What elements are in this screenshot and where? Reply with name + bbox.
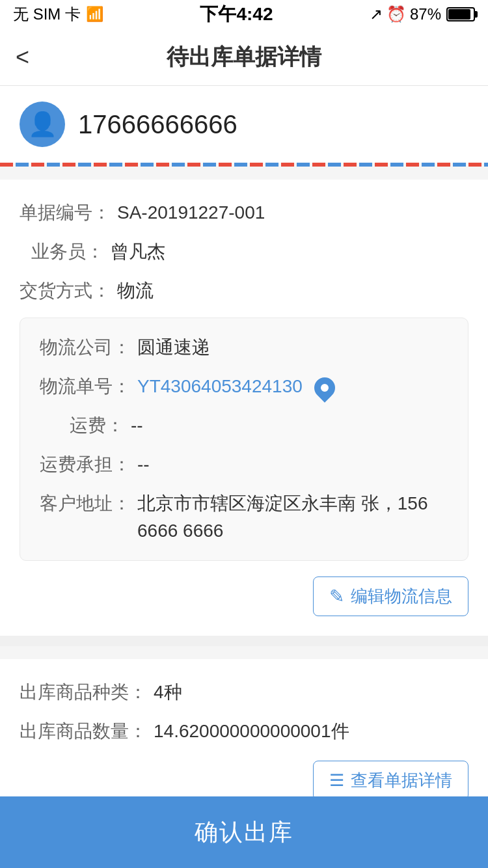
basic-info-section: 单据编号： SA-20191227-001 业务员： 曾凡杰 交货方式： 物流 … xyxy=(0,180,488,636)
salesman-row: 业务员： 曾凡杰 xyxy=(20,238,468,265)
edit-icon: ✎ xyxy=(329,586,344,607)
view-detail-button[interactable]: ☰ 查看单据详情 xyxy=(313,761,468,800)
delivery-label: 交货方式： xyxy=(20,277,111,305)
status-bar: 无 SIM 卡 📶 下午4:42 ↗ ⏰ 87% xyxy=(0,0,488,29)
page-title: 待出库单据详情 xyxy=(167,42,321,72)
wifi-icon: 📶 xyxy=(86,6,103,23)
freight-bearer-label: 运费承担： xyxy=(40,451,131,478)
edit-logistics-button[interactable]: ✎ 编辑物流信息 xyxy=(313,576,468,616)
battery-icon xyxy=(446,7,475,21)
section-divider xyxy=(0,636,488,646)
logistics-company-label: 物流公司： xyxy=(40,334,131,361)
outbound-section: 出库商品种类： 4种 出库商品数量： 14.620000000000001件 ☰… xyxy=(0,659,488,820)
outbound-quantity-value: 14.620000000000001件 xyxy=(154,718,468,745)
tracking-number-value: YT43064053424130 xyxy=(137,373,448,400)
confirm-outbound-button[interactable]: 确认出库 xyxy=(195,817,293,848)
salesman-value: 曾凡杰 xyxy=(111,238,468,265)
delivery-row: 交货方式： 物流 xyxy=(20,277,468,305)
battery-percentage: 87% xyxy=(410,5,441,23)
decorative-divider xyxy=(0,163,488,167)
order-number-label: 单据编号： xyxy=(20,199,111,226)
view-detail-label: 查看单据详情 xyxy=(351,769,452,792)
tracking-number-label: 物流单号： xyxy=(40,373,131,400)
outbound-types-value: 4种 xyxy=(154,679,468,706)
edit-logistics-label: 编辑物流信息 xyxy=(351,585,452,608)
address-row: 客户地址： 北京市市辖区海淀区永丰南 张，156 6666 6666 xyxy=(40,490,448,545)
location-service-icon: ↗ xyxy=(370,5,383,23)
customer-phone: 17666666666 xyxy=(78,110,237,139)
alarm-icon: ⏰ xyxy=(386,5,406,23)
customer-header: 👤 17666666666 xyxy=(0,86,488,163)
logistics-company-row: 物流公司： 圆通速递 xyxy=(40,334,448,361)
logistics-card: 物流公司： 圆通速递 物流单号： YT43064053424130 运费： --… xyxy=(20,318,468,561)
salesman-label: 业务员： xyxy=(20,238,104,265)
tracking-number-row: 物流单号： YT43064053424130 xyxy=(40,373,448,400)
status-bar-time: 下午4:42 xyxy=(200,2,273,27)
view-detail-button-container: ☰ 查看单据详情 xyxy=(20,761,468,800)
detail-list-icon: ☰ xyxy=(329,770,344,791)
status-bar-left: 无 SIM 卡 📶 xyxy=(13,4,103,25)
nav-bar: < 待出库单据详情 xyxy=(0,29,488,86)
outbound-types-row: 出库商品种类： 4种 xyxy=(20,679,468,706)
bottom-bar: 确认出库 xyxy=(0,796,488,868)
freight-row: 运费： -- xyxy=(40,412,448,439)
logistics-company-value: 圆通速递 xyxy=(137,334,448,361)
freight-label: 运费： xyxy=(40,412,124,439)
outbound-quantity-label: 出库商品数量： xyxy=(20,718,147,745)
outbound-types-label: 出库商品种类： xyxy=(20,679,147,706)
avatar-icon: 👤 xyxy=(28,111,57,138)
back-button[interactable]: < xyxy=(16,44,29,71)
status-bar-right: ↗ ⏰ 87% xyxy=(370,5,475,23)
freight-value: -- xyxy=(131,412,448,439)
address-label: 客户地址： xyxy=(40,490,131,517)
location-icon[interactable] xyxy=(310,373,339,402)
freight-bearer-row: 运费承担： -- xyxy=(40,451,448,478)
outbound-quantity-row: 出库商品数量： 14.620000000000001件 xyxy=(20,718,468,745)
order-number-row: 单据编号： SA-20191227-001 xyxy=(20,199,468,226)
back-icon: < xyxy=(16,44,29,70)
carrier-label: 无 SIM 卡 xyxy=(13,4,81,25)
delivery-value: 物流 xyxy=(117,277,468,305)
edit-logistics-button-container: ✎ 编辑物流信息 xyxy=(20,576,468,616)
freight-bearer-value: -- xyxy=(137,451,448,478)
address-value: 北京市市辖区海淀区永丰南 张，156 6666 6666 xyxy=(137,490,448,545)
order-number-value: SA-20191227-001 xyxy=(117,199,468,226)
avatar: 👤 xyxy=(20,102,65,147)
